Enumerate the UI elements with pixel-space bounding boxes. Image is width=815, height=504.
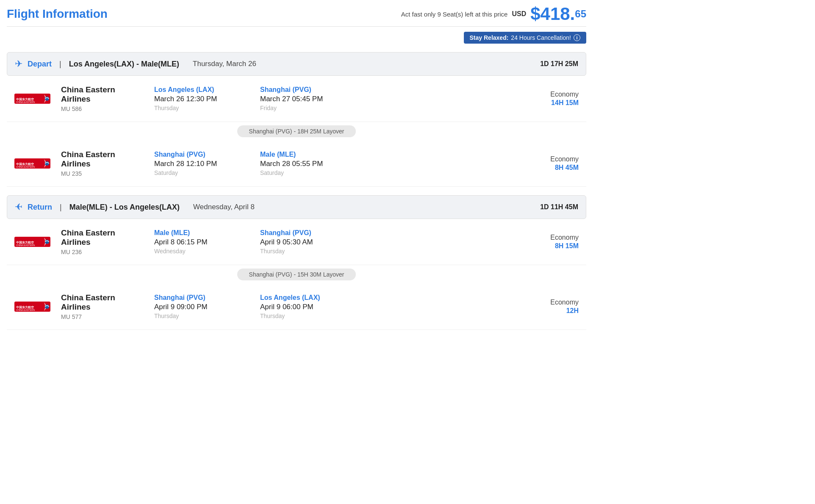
origin-code-mu236: Male (MLE) (154, 229, 252, 237)
dest-segment-mu235: Male (MLE) March 28 05:55 PM Saturday (260, 151, 358, 176)
dest-code-mu235: Male (MLE) (260, 151, 358, 158)
origin-day-mu586: Thursday (154, 105, 252, 111)
stay-relaxed-bold: Stay Relaxed: (470, 34, 509, 41)
svg-point-7 (45, 161, 49, 166)
seats-availability: Act fast only 9 Seat(s) left at this pri… (401, 11, 508, 18)
china-eastern-logo-mu586: 中国东方航空 CHINA EASTERN (14, 90, 53, 107)
class-label-mu577: Economy (550, 299, 579, 306)
dest-time-mu236: April 9 05:30 AM (260, 238, 358, 246)
svg-text:CHINA EASTERN: CHINA EASTERN (16, 244, 35, 246)
dest-segment-mu236: Shanghai (PVG) April 9 05:30 AM Thursday (260, 229, 358, 255)
layover-pill-2: Shanghai (PVG) - 15H 30M Layover (237, 269, 356, 280)
dest-day-mu586: Friday (260, 105, 358, 111)
return-plane-icon: ✈ (15, 202, 22, 213)
price-section: Act fast only 9 Seat(s) left at this pri… (401, 5, 586, 23)
airline-name-block-mu586: China Eastern Airlines MU 586 (61, 85, 146, 112)
class-block-mu586: Economy 14H 15M (550, 91, 579, 107)
dest-day-mu577: Thursday (260, 313, 358, 319)
airline-name-block-mu236: China Eastern Airlines MU 236 (61, 228, 146, 255)
airline-name-mu586: China Eastern Airlines (61, 85, 146, 104)
depart-route: Los Angeles(LAX) - Male(MLE) (69, 60, 179, 69)
airline-logo-mu577: 中国东方航空 CHINA EASTERN (14, 298, 53, 315)
return-section-header: ✈ Return | Male(MLE) - Los Angeles(LAX) … (7, 195, 586, 219)
airline-name-block-mu577: China Eastern Airlines MU 577 (61, 293, 146, 320)
origin-segment-mu586: Los Angeles (LAX) March 26 12:30 PM Thur… (154, 86, 252, 111)
svg-text:中国东方航空: 中国东方航空 (16, 305, 34, 309)
svg-text:中国东方航空: 中国东方航空 (16, 241, 34, 244)
class-label-mu586: Economy (550, 91, 579, 98)
price-cents: 65 (575, 8, 586, 19)
svg-point-3 (45, 97, 49, 101)
return-divider: | (60, 203, 62, 212)
depart-divider: | (59, 60, 61, 69)
dest-code-mu577: Los Angeles (LAX) (260, 294, 358, 302)
flight-num-mu235: MU 235 (61, 170, 146, 177)
origin-time-mu235: March 28 12:10 PM (154, 160, 252, 168)
return-section-left: ✈ Return | Male(MLE) - Los Angeles(LAX) … (15, 202, 255, 213)
svg-point-15 (45, 305, 49, 309)
airline-name-mu236: China Eastern Airlines (61, 228, 146, 247)
svg-text:CHINA EASTERN: CHINA EASTERN (16, 101, 35, 103)
airline-logo-mu236: 中国东方航空 CHINA EASTERN (14, 233, 53, 250)
dest-segment-mu586: Shanghai (PVG) March 27 05:45 PM Friday (260, 86, 358, 111)
china-eastern-logo-mu577: 中国东方航空 CHINA EASTERN (14, 298, 53, 315)
layover-1: Shanghai (PVG) - 18H 25M Layover (7, 122, 586, 141)
airline-name-block-mu235: China Eastern Airlines MU 235 (61, 150, 146, 177)
china-eastern-logo-mu235: 中国东方航空 CHINA EASTERN (14, 155, 53, 172)
airline-name-mu577: China Eastern Airlines (61, 293, 146, 312)
duration-mu235: 8H 45M (550, 164, 579, 172)
depart-section-left: ✈ Depart | Los Angeles(LAX) - Male(MLE) … (15, 58, 256, 69)
dest-code-mu586: Shanghai (PVG) (260, 86, 358, 94)
class-block-mu577: Economy 12H (550, 299, 579, 315)
origin-code-mu586: Los Angeles (LAX) (154, 86, 252, 94)
price-display: $418.65 (530, 5, 586, 23)
origin-time-mu577: April 9 09:00 PM (154, 303, 252, 311)
price-main: $418. (530, 4, 575, 24)
flight-card-mu235: 中国东方航空 CHINA EASTERN China Eastern Airli… (7, 141, 586, 187)
origin-day-mu577: Thursday (154, 313, 252, 319)
class-block-mu236: Economy 8H 15M (550, 234, 579, 250)
class-block-mu235: Economy 8H 45M (550, 155, 579, 172)
stay-relaxed-banner: Stay Relaxed: 24 Hours Cancellation! i (464, 32, 586, 44)
dest-day-mu235: Saturday (260, 169, 358, 176)
dest-code-mu236: Shanghai (PVG) (260, 229, 358, 237)
flight-card-mu577: 中国东方航空 CHINA EASTERN China Eastern Airli… (7, 284, 586, 330)
flight-num-mu577: MU 577 (61, 313, 146, 320)
svg-text:中国东方航空: 中国东方航空 (16, 162, 34, 166)
depart-section-header: ✈ Depart | Los Angeles(LAX) - Male(MLE) … (7, 52, 586, 76)
currency-label: USD (512, 10, 526, 18)
origin-day-mu235: Saturday (154, 169, 252, 176)
depart-total-duration: 1D 17H 25M (540, 60, 578, 68)
svg-point-11 (45, 240, 49, 244)
page-header: Flight Information Act fast only 9 Seat(… (7, 0, 586, 27)
return-date: Wednesday, April 8 (193, 203, 255, 211)
layover-2: Shanghai (PVG) - 15H 30M Layover (7, 265, 586, 284)
class-label-mu236: Economy (550, 234, 579, 241)
airline-logo-mu586: 中国东方航空 CHINA EASTERN (14, 90, 53, 107)
origin-time-mu586: March 26 12:30 PM (154, 95, 252, 103)
dest-day-mu236: Thursday (260, 248, 358, 255)
duration-mu586: 14H 15M (550, 99, 579, 107)
page-title: Flight Information (7, 7, 108, 21)
airline-name-mu235: China Eastern Airlines (61, 150, 146, 169)
svg-text:CHINA EASTERN: CHINA EASTERN (16, 309, 35, 311)
origin-segment-mu235: Shanghai (PVG) March 28 12:10 PM Saturda… (154, 151, 252, 176)
origin-code-mu577: Shanghai (PVG) (154, 294, 252, 302)
flight-card-mu586: 中国东方航空 CHINA EASTERN China Eastern Airli… (7, 76, 586, 122)
origin-segment-mu577: Shanghai (PVG) April 9 09:00 PM Thursday (154, 294, 252, 319)
class-label-mu235: Economy (550, 155, 579, 163)
layover-pill-1: Shanghai (PVG) - 18H 25M Layover (237, 125, 356, 137)
return-total-duration: 1D 11H 45M (540, 203, 578, 211)
stay-relaxed-text: 24 Hours Cancellation! (511, 34, 571, 41)
depart-plane-icon: ✈ (15, 58, 22, 69)
dest-time-mu235: March 28 05:55 PM (260, 160, 358, 168)
info-icon[interactable]: i (574, 34, 580, 41)
origin-time-mu236: April 8 06:15 PM (154, 238, 252, 246)
dest-time-mu586: March 27 05:45 PM (260, 95, 358, 103)
svg-text:中国东方航空: 中国东方航空 (16, 97, 34, 101)
airline-logo-mu235: 中国东方航空 CHINA EASTERN (14, 155, 53, 172)
flight-num-mu236: MU 236 (61, 249, 146, 255)
duration-mu236: 8H 15M (550, 242, 579, 250)
origin-segment-mu236: Male (MLE) April 8 06:15 PM Wednesday (154, 229, 252, 255)
dest-segment-mu577: Los Angeles (LAX) April 9 06:00 PM Thurs… (260, 294, 358, 319)
